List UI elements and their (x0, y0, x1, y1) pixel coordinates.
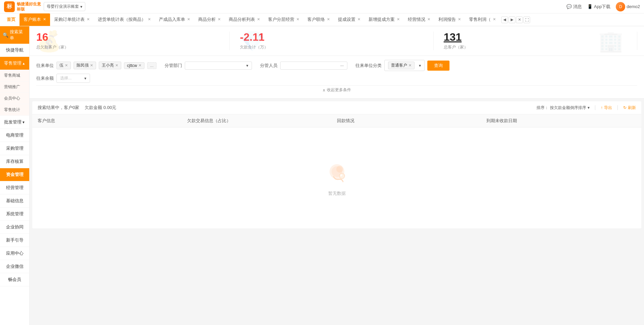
stat-card-total: 🏢 131 总客户（家） (434, 32, 637, 50)
collapse-button[interactable]: ∧ 收起更多条件 (318, 86, 355, 94)
filter-tag-unit3[interactable]: 王小亮 ✕ (99, 62, 121, 69)
building-bg-icon: 🏢 (598, 30, 624, 52)
chevron-up-icon: ∧ (323, 88, 326, 93)
person-select[interactable]: ··· (280, 62, 347, 70)
tab-goods-analysis[interactable]: 商品分析 ✕ (194, 13, 225, 26)
tab-operation[interactable]: 经营情况 ✕ (404, 13, 434, 26)
tab-close-icon[interactable]: ✕ (493, 17, 496, 22)
sidebar-item-wholesale[interactable]: 批发管理 ▼ (0, 116, 29, 129)
sidebar-item-member[interactable]: 会员中心 (0, 93, 29, 104)
tab-goods-stat[interactable]: 进货单统计表（按商品） ✕ (94, 13, 155, 26)
col-header-due-date: 到期未收款日期 (486, 118, 636, 124)
tab-close-icon[interactable]: ✕ (427, 17, 430, 22)
remove-category-tag-icon[interactable]: ✕ (409, 63, 412, 68)
tab-home[interactable]: 首页 (3, 13, 19, 26)
sidebar-item-ecommerce[interactable]: 电商管理 (0, 129, 29, 142)
account-dropdown[interactable]: 母婴行业演示账套 ▾ (44, 2, 85, 11)
sidebar-item-marketing[interactable]: 营销推广 (0, 81, 29, 93)
sidebar-item-retail-mall[interactable]: 零售商城 (0, 70, 29, 81)
user-profile[interactable]: D demo2 (616, 2, 640, 11)
tab-close-icon[interactable]: ✕ (397, 17, 400, 22)
tab-customer-contact[interactable]: 客户联络 ✕ (303, 13, 334, 26)
stats-row: 💰 16 总欠款客户（家） 💎 -2.11 欠款合计（万） 🏢 131 总客户（… (30, 26, 644, 56)
chevron-down-icon: ▾ (80, 4, 82, 9)
nav-prev-arrow[interactable]: ◀ (501, 16, 508, 23)
sidebar-item-finance[interactable]: 资金管理 (0, 168, 29, 181)
tab-account[interactable]: 客户账本 ✕ (19, 13, 50, 26)
filter-tag-unit1[interactable]: 伍 ✕ (56, 62, 71, 69)
query-button[interactable]: 查询 (427, 61, 449, 71)
remove-tag-icon[interactable]: ✕ (90, 63, 93, 68)
sidebar-item-retail[interactable]: 零售管理 ▲ (0, 57, 29, 70)
remove-tag-icon[interactable]: ✕ (65, 63, 68, 68)
tab-close-icon[interactable]: ✕ (87, 17, 90, 22)
sidebar-item-system[interactable]: 系统管理 (0, 208, 29, 221)
tab-commission-set[interactable]: 提成设置 ✕ (334, 13, 364, 26)
tab-close-icon[interactable]: ✕ (257, 17, 260, 22)
tab-profit[interactable]: 利润报告 ✕ (434, 13, 465, 26)
table-actions: 排序： 按欠款金额倒序排序 ▾ ↑ 导出 ↻ 刷新 (536, 105, 636, 111)
sidebar-item-operation[interactable]: 经营管理 (0, 181, 29, 194)
tab-product-in[interactable]: 产成品入库单 ✕ (155, 13, 194, 26)
sidebar-item-purchase[interactable]: 采购管理 (0, 142, 29, 155)
tab-close-icon[interactable]: ✕ (218, 17, 221, 22)
tab-purchase-stat[interactable]: 采购订单统计表 ✕ (50, 13, 94, 26)
tab-close-icon[interactable]: ✕ (357, 17, 360, 22)
table-result-info: 搜索结果中，客户0家 欠款金额 0.00元 (38, 105, 116, 111)
nav-tabs: 首页 客户账本 ✕ 采购订单统计表 ✕ 进货单统计表（按商品） ✕ 产成品入库单… (0, 13, 644, 26)
sidebar-item-guide[interactable]: 新手引导 (0, 234, 29, 247)
filter-tag-category[interactable]: 普通客户 ✕ (388, 62, 415, 69)
tab-add-commission[interactable]: 新增提成方案 ✕ (364, 13, 404, 26)
tab-retail-profit[interactable]: 零售利润（ ✕ (465, 13, 500, 26)
export-icon: ↑ (601, 105, 603, 110)
filter-tag-unit4[interactable]: cjttcw ✕ (124, 62, 144, 69)
dept-select[interactable]: ▾ (185, 62, 252, 70)
remove-tag-icon[interactable]: ✕ (115, 63, 118, 68)
category-select[interactable]: 普通客户 ✕ ▾ (384, 60, 425, 71)
balance-input[interactable]: 选择... ▾ (56, 74, 90, 83)
tab-close-icon[interactable]: ✕ (327, 17, 330, 22)
divider (617, 105, 618, 110)
money-bg-icon: 💰 (36, 30, 61, 52)
nav-close-all[interactable]: ✕ (516, 16, 523, 23)
tab-goods-list[interactable]: 商品分析列表 ✕ (225, 13, 264, 26)
refresh-button[interactable]: ↻ 刷新 (623, 105, 636, 111)
sidebar-item-chang-member[interactable]: 畅会员 (0, 273, 29, 286)
sidebar-item-retail-stat[interactable]: 零售统计 (0, 104, 29, 116)
message-icon: 💬 (566, 4, 572, 9)
app-download-button[interactable]: 📱 App下载 (587, 4, 610, 10)
tab-customer-layer[interactable]: 客户分层经营 ✕ (264, 13, 303, 26)
tab-close-icon[interactable]: ✕ (458, 17, 461, 22)
sidebar-item-quick-nav[interactable]: 快捷导航 (0, 44, 29, 57)
sidebar-item-stock[interactable]: 库存核算 (0, 155, 29, 168)
sidebar-item-base-info[interactable]: 基础信息 (0, 194, 29, 208)
stat-card-customers: 💰 16 总欠款客户（家） (36, 32, 230, 50)
logo-text: 畅捷通好生意 标版 (17, 2, 41, 11)
tab-close-icon[interactable]: ✕ (296, 17, 299, 22)
chevron-down-icon: ▾ (588, 105, 590, 110)
sidebar-item-enterprise[interactable]: 企业协同 (0, 221, 29, 234)
remove-tag-icon[interactable]: ✕ (138, 63, 141, 68)
empty-illustration (324, 160, 350, 188)
filter-area: 往来单位 伍 ✕ 陈民强 ✕ 王小亮 ✕ cjttcw ✕ (30, 56, 644, 99)
message-button[interactable]: 💬 消息 (566, 4, 582, 10)
filter-tag-more[interactable]: ... (147, 62, 157, 69)
balance-filter-label: 往来余额 (36, 75, 54, 81)
filter-row-2: 往来余额 选择... ▾ (36, 74, 637, 83)
filter-tag-unit2[interactable]: 陈民强 ✕ (74, 62, 96, 69)
sidebar-item-wechat[interactable]: 企业微信 (0, 260, 29, 273)
tab-close-icon[interactable]: ✕ (148, 17, 151, 22)
tab-close-icon[interactable]: ✕ (187, 17, 190, 22)
refresh-icon: ↻ (623, 105, 627, 110)
sidebar-item-app-center[interactable]: 应用中心 (0, 247, 29, 260)
main-layout: 🔍 搜索菜单 快捷导航 零售管理 ▲ 零售商城 营销推广 会员中心 零售统计 批… (0, 26, 644, 325)
tab-close-icon[interactable]: ✕ (43, 17, 46, 22)
nav-next-arrow[interactable]: ▶ (509, 16, 515, 23)
sidebar-search-button[interactable]: 🔍 搜索菜单 (0, 26, 29, 44)
top-bar: 标 畅捷通好生意 标版 母婴行业演示账套 ▾ 💬 消息 📱 App下载 D de… (0, 0, 644, 13)
person-filter-label: 分管人员 (260, 63, 277, 69)
col-header-debt-info: 欠款交易信息（占比） (187, 118, 337, 124)
sort-select[interactable]: 排序： 按欠款金额倒序排序 ▾ (536, 105, 590, 111)
nav-expand[interactable]: ⛶ (523, 16, 530, 23)
export-button[interactable]: ↑ 导出 (601, 105, 612, 111)
